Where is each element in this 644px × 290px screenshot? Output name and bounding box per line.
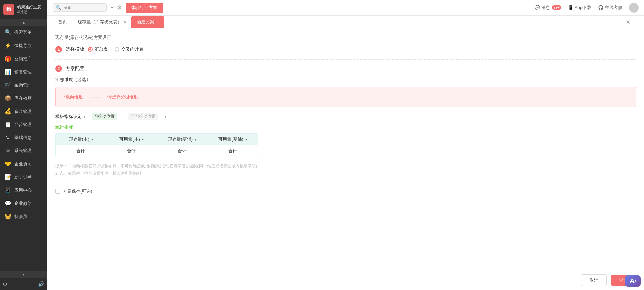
col1-chevron-icon[interactable]: ▾ bbox=[142, 138, 144, 141]
search-menu-icon: 🔍 bbox=[5, 29, 11, 35]
content-area: 现存量(库存状况表)方案设置 1 选择模板 汇总表 交叉统计表 bbox=[47, 29, 644, 270]
radio-summary-dot bbox=[88, 47, 93, 52]
sidebar-item-marketing[interactable]: 🎁 营销推广 bbox=[0, 52, 47, 65]
sidebar-item-label: 快捷导航 bbox=[14, 43, 32, 49]
indicator-settings-row: 模板指标设定（ 可拖动位置 不可拖动位置 ） bbox=[55, 113, 636, 120]
stats-header-col-1[interactable]: 可用量(主) ▾ bbox=[106, 134, 157, 145]
tab-close-all-icon[interactable]: ✕ bbox=[626, 19, 630, 25]
online-support-button[interactable]: 🎧 在线客服 bbox=[598, 5, 622, 11]
sidebar-item-label: 系统管理 bbox=[14, 148, 32, 154]
sidebar-item-purchase[interactable]: 🛒 采购管理 bbox=[0, 78, 47, 92]
sidebar-item-label: 库存核算 bbox=[14, 95, 32, 101]
messages-badge: 99+ bbox=[552, 5, 561, 10]
tip-row-2: 2. 点击标题栏下拉可设置排序、插入列和删除列 bbox=[55, 170, 636, 177]
system-icon: ⚙ bbox=[5, 147, 11, 154]
marketing-icon: 🎁 bbox=[5, 55, 11, 62]
sidebar-item-quick-nav[interactable]: ⚡ 快捷导航 bbox=[0, 39, 47, 52]
step1-number: 1 bbox=[55, 46, 62, 53]
vertical-dim-box: *纵向维度 —— 请选择分组维度 bbox=[55, 87, 636, 107]
sidebar-nav: 🔍 搜索菜单 ⚡ 快捷导航 🎁 营销推广 📊 销售管理 🛒 采购管理 📦 库存核… bbox=[0, 26, 47, 271]
sidebar-item-new-user[interactable]: 📝 新手引导 bbox=[0, 170, 47, 184]
user-avatar[interactable] bbox=[629, 3, 639, 13]
search-chevron-icon[interactable]: ▾ bbox=[111, 5, 113, 10]
tab-inventory-status[interactable]: 现存量（库存状况表） × bbox=[72, 16, 131, 28]
tab-home[interactable]: 首页 bbox=[53, 16, 72, 28]
save-checkbox[interactable] bbox=[55, 189, 60, 194]
topbar-gear-icon[interactable]: ⚙ bbox=[117, 4, 122, 11]
wechat-icon: 💬 bbox=[5, 200, 11, 207]
topbar: 🔍 ▾ ⚙ 体验行业方案 💬 消息 99+ 📱 App下载 🎧 在线客服 bbox=[47, 0, 644, 16]
indicator-chip-fixed: 不可拖动位置 bbox=[128, 113, 158, 120]
sidebar-item-enterprise[interactable]: 🤝 企业协同 bbox=[0, 157, 47, 170]
volume-icon[interactable]: 🔊 bbox=[38, 281, 45, 287]
stats-cell-0-0: 合计 bbox=[56, 145, 106, 157]
sidebar-item-inventory[interactable]: 📦 库存核算 bbox=[0, 92, 47, 105]
sales-icon: 📊 bbox=[5, 69, 11, 75]
step1-section: 1 选择模板 汇总表 交叉统计表 bbox=[55, 46, 636, 53]
col3-chevron-icon[interactable]: ▾ bbox=[245, 138, 247, 141]
sidebar-item-sales[interactable]: 📊 销售管理 bbox=[0, 65, 47, 78]
sidebar-item-label: 畅会员 bbox=[14, 214, 27, 220]
panel: 现存量(库存状况表)方案设置 1 选择模板 汇总表 交叉统计表 bbox=[47, 29, 644, 270]
step2-number: 2 bbox=[55, 65, 62, 72]
stats-header-col-0[interactable]: 现存量(主) ▾ bbox=[56, 134, 106, 145]
stats-header-col-2[interactable]: 现存量(基辅) ▾ bbox=[157, 134, 208, 145]
tabs-controls: ✕ ⛶ bbox=[626, 19, 639, 25]
divider-1 bbox=[55, 59, 636, 60]
cancel-button[interactable]: 取消 bbox=[581, 274, 607, 286]
tabs-bar: 首页 现存量（库存状况表） × 新建方案 × ✕ ⛶ bbox=[47, 16, 644, 29]
industry-solution-button[interactable]: 体验行业方案 bbox=[126, 3, 163, 13]
sidebar-scroll-up[interactable]: ▲ bbox=[0, 19, 47, 26]
sidebar-scroll-down[interactable]: ▼ bbox=[0, 271, 47, 278]
finance-icon: 💰 bbox=[5, 108, 11, 115]
footer-bar: 取消 查询 bbox=[47, 270, 644, 290]
step2-header: 2 方案配置 bbox=[55, 65, 636, 72]
tab-new-plan-close-icon[interactable]: × bbox=[156, 20, 159, 24]
sidebar-item-basic-info[interactable]: 🗂 基础信息 bbox=[0, 131, 47, 144]
step2-title: 方案配置 bbox=[66, 66, 84, 72]
sidebar-item-label: 新手引导 bbox=[14, 174, 32, 180]
sidebar-item-finance[interactable]: 💰 资金管理 bbox=[0, 105, 47, 118]
enterprise-icon: 🤝 bbox=[5, 161, 11, 167]
messages-button[interactable]: 💬 消息 99+ bbox=[535, 5, 561, 11]
sidebar-item-label: 资金管理 bbox=[14, 108, 32, 115]
sidebar-item-operations[interactable]: 📋 经营管理 bbox=[0, 118, 47, 131]
app-download-button[interactable]: 📱 App下载 bbox=[568, 5, 591, 11]
sidebar-item-app-center[interactable]: 📱 应用中心 bbox=[0, 184, 47, 197]
col0-chevron-icon[interactable]: ▾ bbox=[91, 138, 93, 141]
tab-new-plan[interactable]: 新建方案 × bbox=[131, 16, 164, 28]
app-logo: 畅 畅康通好生意 标准版 bbox=[0, 0, 47, 19]
sidebar-item-membership[interactable]: 👑 畅会员 bbox=[0, 210, 47, 223]
sidebar-item-system[interactable]: ⚙ 系统管理 bbox=[0, 144, 47, 157]
tab-expand-icon[interactable]: ⛶ bbox=[633, 19, 639, 25]
stats-cell-0-2: 合计 bbox=[157, 145, 208, 157]
settings-icon[interactable]: ⚙ bbox=[3, 281, 7, 287]
sidebar-bottom: ⚙ 🔊 bbox=[0, 278, 47, 290]
step2-section: 2 方案配置 汇总维度（必选） *纵向维度 —— 请选择分组维度 模板指标设定（… bbox=[55, 65, 636, 177]
save-checkbox-label: 方案保存(可选) bbox=[63, 188, 92, 194]
radio-cross[interactable]: 交叉统计表 bbox=[115, 46, 143, 52]
new-user-icon: 📝 bbox=[5, 174, 11, 180]
tab-inventory-close-icon[interactable]: × bbox=[124, 20, 126, 24]
vertical-dim-arrow: —— bbox=[90, 94, 101, 100]
app-download-icon: 📱 bbox=[568, 5, 573, 10]
membership-icon: 👑 bbox=[5, 213, 11, 220]
purchase-icon: 🛒 bbox=[5, 82, 11, 88]
search-box[interactable]: 🔍 bbox=[53, 3, 107, 12]
radio-summary[interactable]: 汇总表 bbox=[88, 46, 108, 52]
inventory-icon: 📦 bbox=[5, 95, 11, 101]
sidebar-item-label: 企业微信 bbox=[14, 200, 32, 207]
stats-table: 现存量(主) ▾ 可用量(主) ▾ 现存量(基辅) ▾ 可用量(基辅) bbox=[55, 133, 258, 157]
sidebar-item-label: 企业协同 bbox=[14, 161, 32, 167]
step1-header: 1 选择模板 汇总表 交叉统计表 bbox=[55, 46, 636, 53]
ai-badge[interactable]: Ai bbox=[625, 275, 641, 287]
stats-data-row-0: 合计 合计 合计 合计 bbox=[56, 145, 258, 157]
sidebar-item-search-menu[interactable]: 🔍 搜索菜单 bbox=[0, 26, 47, 39]
sidebar-item-wechat[interactable]: 💬 企业微信 bbox=[0, 197, 47, 210]
indicator-chip-draggable: 可拖动位置 bbox=[92, 113, 117, 120]
col2-chevron-icon[interactable]: ▾ bbox=[195, 138, 196, 141]
stats-cell-0-3: 合计 bbox=[207, 145, 258, 157]
search-input[interactable] bbox=[63, 5, 97, 10]
stats-header-col-3[interactable]: 可用量(基辅) ▾ bbox=[207, 134, 258, 145]
vertical-dim-placeholder[interactable]: 请选择分组维度 bbox=[107, 94, 138, 100]
